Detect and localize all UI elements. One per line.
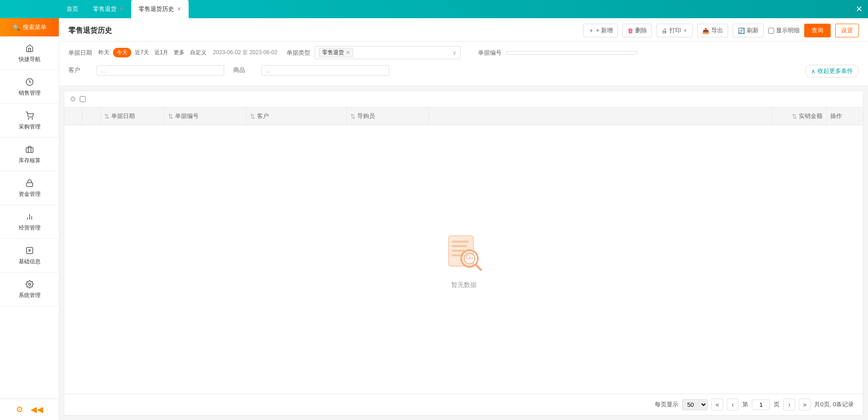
basic-info-icon	[24, 245, 35, 256]
sidebar-item-finance-label: 资金管理	[19, 190, 41, 198]
th-bill-date-label: 单据日期	[111, 112, 135, 120]
print-icon: 🖨	[662, 27, 668, 34]
query-button[interactable]: 查询	[804, 24, 831, 37]
tab-home[interactable]: 首页	[59, 0, 86, 18]
svg-rect-16	[452, 250, 465, 251]
sidebar-item-system-mgmt[interactable]: 系统管理	[0, 272, 59, 306]
th-guide[interactable]: ⇅ 导购员	[347, 108, 429, 125]
bill-type-tag-close[interactable]: ✕	[346, 50, 350, 56]
date-btn-custom[interactable]: 自定义	[188, 48, 208, 57]
refresh-icon: 🔄	[738, 27, 745, 34]
collapse-icon: ∧	[811, 68, 816, 75]
top-nav: 首页 零售退货 ✕ 零售退货历史 ✕ ✕	[0, 0, 868, 18]
page-header: 零售退货历史 ＋ + 新增 🗑 删除 🖨 打印 ▼ 📤 导出	[59, 18, 868, 41]
sidebar-item-system-mgmt-label: 系统管理	[19, 292, 41, 299]
th-customer-sort-icon: ⇅	[250, 113, 255, 120]
show-detail-label: 显示明细	[776, 26, 800, 35]
sidebar-item-quick-nav[interactable]: 快捷导航	[0, 36, 59, 70]
sidebar-item-basic-info[interactable]: 基础信息	[0, 239, 59, 272]
bill-type-filter-label: 单据类型	[287, 49, 312, 57]
date-btn-last7[interactable]: 近7天	[133, 48, 151, 57]
tab-retail-return[interactable]: 零售退货 ✕	[86, 0, 131, 18]
filter-section: 单据日期 昨天 今天 近7天 近1月 更多 自定义 2023-06-02 至 2…	[59, 41, 868, 86]
new-button[interactable]: ＋ + 新增	[583, 24, 618, 37]
show-detail-checkbox[interactable]	[768, 28, 774, 34]
sidebar-item-operations-label: 经营管理	[19, 224, 41, 232]
set-button[interactable]: 设置	[835, 24, 859, 37]
collapse-button[interactable]: ∧ 收起更多条件	[805, 65, 859, 77]
prev-page-button[interactable]: ‹	[727, 399, 739, 410]
sidebar-item-inventory-label: 库存核算	[19, 157, 41, 164]
th-settings	[64, 108, 82, 125]
th-bill-no[interactable]: ⇅ 单据编号	[164, 108, 247, 125]
svg-point-2	[32, 118, 33, 119]
customer-input[interactable]: ...	[97, 65, 224, 76]
tab-retail-return-history-close[interactable]: ✕	[177, 6, 181, 12]
print-button-label: 打印	[669, 26, 681, 35]
sidebar-search[interactable]: 🔍 搜索菜单	[0, 18, 59, 36]
content-area: 零售退货历史 ＋ + 新增 🗑 删除 🖨 打印 ▼ 📤 导出	[59, 18, 868, 420]
delete-button-label: 删除	[635, 26, 647, 35]
delete-button[interactable]: 🗑 删除	[622, 24, 652, 37]
audio-bottom-icon[interactable]: ◀◀	[31, 405, 43, 415]
tab-retail-return-close[interactable]: ✕	[119, 6, 124, 12]
tab-retail-return-history[interactable]: 零售退货历史 ✕	[131, 0, 189, 18]
bill-type-tag-value: 零售退货	[322, 49, 344, 56]
sidebar-item-basic-info-label: 基础信息	[19, 258, 41, 266]
export-button-label: 导出	[711, 26, 723, 35]
th-bill-date[interactable]: ⇅ 单据日期	[101, 108, 164, 125]
goods-input[interactable]: ...	[262, 65, 389, 76]
last-page-button[interactable]: »	[799, 399, 811, 410]
print-button[interactable]: 🖨 打印 ▼	[657, 24, 693, 37]
sidebar-item-inventory[interactable]: 库存核算	[0, 138, 59, 171]
refresh-button-label: 刷新	[747, 26, 759, 35]
svg-rect-15	[452, 245, 467, 247]
date-btn-yesterday[interactable]: 昨天	[97, 48, 111, 57]
app-close-button[interactable]: ✕	[850, 0, 868, 18]
sidebar-item-finance[interactable]: 资金管理	[0, 171, 59, 205]
date-btn-last-month[interactable]: 近1月	[153, 48, 170, 57]
operations-icon	[24, 211, 35, 222]
filter-item-bill-type: 单据类型 零售退货 ✕ ∨	[287, 46, 469, 59]
date-range-display: 2023-06-02 至 2023-06-02	[213, 49, 277, 56]
total-label: 共0页, 0条记录	[814, 400, 854, 409]
filter-item-date: 单据日期 昨天 今天 近7天 近1月 更多 自定义 2023-06-02 至 2…	[68, 48, 277, 57]
page-input[interactable]	[752, 400, 770, 410]
th-customer[interactable]: ⇅ 客户	[247, 108, 347, 125]
export-icon: 📤	[702, 27, 709, 34]
table-area: ⚙ ⇅ 单据日期 ⇅ 单据编号 ⇅ 客户	[64, 91, 863, 415]
delete-icon: 🗑	[627, 27, 633, 34]
tab-home-label: 首页	[67, 5, 78, 13]
sidebar-item-sales-mgmt-label: 销售管理	[19, 89, 41, 97]
refresh-button[interactable]: 🔄 刷新	[733, 24, 764, 37]
finance-icon	[24, 178, 35, 189]
sales-icon	[24, 77, 35, 87]
bill-no-input[interactable]	[506, 51, 637, 55]
sidebar-item-sales-mgmt[interactable]: 销售管理	[0, 70, 59, 104]
tab-retail-return-label: 零售退货	[93, 5, 117, 13]
date-btn-today[interactable]: 今天	[113, 48, 131, 57]
show-detail-checkbox-label[interactable]: 显示明细	[768, 26, 800, 35]
system-icon	[24, 279, 35, 290]
sidebar-item-operations[interactable]: 经营管理	[0, 205, 59, 239]
sidebar-item-quick-nav-label: 快捷导航	[19, 56, 41, 63]
customer-filter-label: 客户	[68, 66, 94, 74]
per-page-select[interactable]: 50 10 20 100	[682, 399, 708, 410]
select-all-checkbox[interactable]	[80, 96, 86, 102]
export-button[interactable]: 📤 导出	[697, 24, 728, 37]
th-action-label: 操作	[830, 112, 842, 120]
date-filter-label: 单据日期	[68, 49, 94, 57]
table-settings-icon[interactable]: ⚙	[70, 95, 76, 103]
sidebar-item-purchase-mgmt-label: 采购管理	[19, 123, 41, 131]
settings-bottom-icon[interactable]: ⚙	[16, 405, 23, 415]
th-actual-amount[interactable]: ⇅ 实销金额	[772, 108, 827, 125]
th-bill-no-sort-icon: ⇅	[168, 113, 173, 120]
per-page-label: 每页显示	[655, 400, 678, 409]
empty-icon	[441, 230, 487, 276]
sidebar-item-purchase-mgmt[interactable]: 采购管理	[0, 104, 59, 138]
next-page-button[interactable]: ›	[783, 399, 795, 410]
first-page-button[interactable]: «	[711, 399, 723, 410]
bill-type-input[interactable]: 零售退货 ✕ ∨	[315, 46, 461, 59]
date-btn-more[interactable]: 更多	[172, 48, 186, 57]
main-layout: 🔍 搜索菜单 快捷导航 销售管理 采购管理 库存核算	[0, 18, 868, 420]
